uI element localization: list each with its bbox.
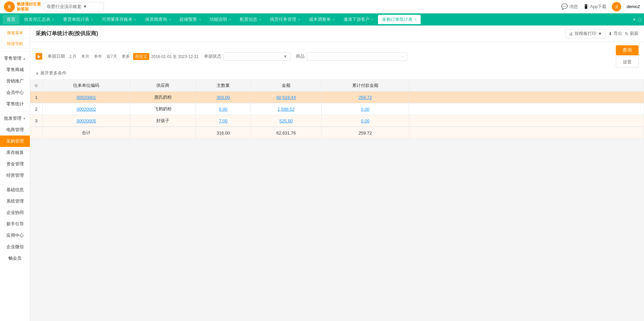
cell-amount: 60,519.44 — [251, 92, 321, 103]
sidebar-item-vip[interactable]: 畅会员 — [0, 253, 30, 264]
tab-shoufahuizong[interactable]: 收发存汇总表 × — [20, 15, 58, 24]
sidebar-item-wholesale[interactable]: 批发管理 ▼ — [0, 113, 30, 124]
close-icon[interactable]: × — [52, 18, 54, 21]
main-content: 采购订单统计表(按供应商) 🖨 按模板打印 ▼ ⬇ 导出 ↻ 刷新 — [30, 25, 644, 321]
status-select[interactable]: ▼ — [223, 52, 290, 61]
tab-gongneng[interactable]: 功能说明 × — [206, 15, 235, 24]
close-icon[interactable]: × — [415, 18, 417, 21]
more-icon: ··· — [400, 54, 404, 59]
filter-toggle[interactable]: ▶ — [36, 53, 42, 60]
col-quantity: 主数量 — [196, 80, 251, 92]
date-btn-thisyear[interactable]: 本年 — [93, 53, 103, 60]
tab-yaoqing[interactable]: 邀请下游客户 × — [339, 15, 378, 24]
tab-chengben[interactable]: 成本调整单 × — [305, 15, 339, 24]
close-all-icon[interactable]: × — [633, 17, 636, 22]
sidebar-item-app-center[interactable]: 应用中心 — [0, 230, 30, 241]
cell-supplier: 惠氏奶粉 — [130, 92, 196, 103]
close-icon[interactable]: × — [259, 18, 261, 21]
cell-no: 1 — [30, 92, 43, 103]
table-row[interactable]: 2 00020002 飞鹤奶粉 6.00 1,586.52 0.00 — [30, 103, 644, 115]
cell-extra — [409, 115, 644, 127]
close-icon[interactable]: × — [91, 18, 93, 21]
sidebar-item-operations[interactable]: 经营管理 — [0, 170, 30, 181]
table-area: ⚙ 往来单位编码 供应商 主数量 金额 累计付款金额 1 00020001 惠氏… — [30, 80, 644, 139]
close-icon[interactable]: × — [229, 18, 231, 21]
expand-more-button[interactable]: ∨ 展开更多条件 — [36, 70, 639, 76]
header-actions: 🖨 按模板打印 ▼ ⬇ 导出 ↻ 刷新 — [565, 29, 639, 38]
close-icon[interactable]: × — [199, 18, 201, 21]
footer-empty-1 — [30, 127, 43, 139]
date-btn-more[interactable]: 更多 — [120, 53, 131, 60]
tab-peizhi[interactable]: 配置信息 × — [236, 15, 265, 24]
cell-extra — [409, 92, 644, 103]
date-btn-7days[interactable]: 近7天 — [105, 53, 118, 60]
sidebar-item-enterprise[interactable]: 企业协同 — [0, 207, 30, 218]
settings-button[interactable]: 设置 — [616, 57, 639, 67]
logo-text: 畅捷通好生意 标签版 — [17, 2, 41, 11]
message-icon: 💬 — [561, 3, 568, 10]
org-selector[interactable]: 母婴行业演示账套 ▼ — [44, 2, 104, 11]
tab-home[interactable]: 首页 — [3, 15, 19, 24]
close-icon[interactable]: × — [372, 18, 374, 21]
refresh-button[interactable]: ↻ 刷新 — [625, 31, 639, 37]
cell-no: 2 — [30, 103, 43, 115]
tab-baozhi[interactable]: 保质期查询 × — [141, 15, 175, 24]
table-row[interactable]: 3 00020005 好孩子 7.00 525.80 0.00 — [30, 115, 644, 127]
print-button[interactable]: 🖨 按模板打印 ▼ — [565, 29, 606, 38]
close-icon[interactable]: × — [169, 18, 171, 21]
sidebar-item-new-guide[interactable]: 新手引导 — [0, 218, 30, 230]
footer-amount: 62,631.76 — [251, 127, 321, 139]
tab-caigoutongji[interactable]: 采购订单统计表 × — [378, 15, 421, 24]
sidebar-item-retail-shop[interactable]: 零售商城 — [0, 64, 30, 75]
date-shortcuts: 上月 本月 本年 近7天 更多 自定义 — [67, 53, 149, 60]
sidebar-item-finance[interactable]: 资金管理 — [0, 158, 30, 170]
goods-input[interactable]: ··· — [307, 52, 407, 61]
tab-yaohuo[interactable]: 要货单统计表 × — [59, 15, 97, 24]
sidebar-item-basic-info[interactable]: 基础信息 — [0, 184, 30, 196]
chevron-down-icon: ▼ — [83, 4, 87, 9]
sidebar-item-inventory[interactable]: 库存核算 — [0, 147, 30, 158]
cell-paid: 0.00 — [321, 115, 409, 127]
sidebar-item-purchase[interactable]: 采购管理 — [0, 136, 30, 147]
cell-quantity: 6.00 — [196, 103, 251, 115]
sidebar-item-wechat[interactable]: 企业微信 — [0, 241, 30, 253]
cell-no: 3 — [30, 115, 43, 127]
export-button[interactable]: ⬇ 导出 — [608, 31, 622, 37]
cell-paid: 0.00 — [321, 103, 409, 115]
close-icon[interactable]: × — [298, 18, 300, 21]
message-button[interactable]: 💬 消息 — [561, 3, 578, 10]
table-row[interactable]: 1 00020001 惠氏奶粉 303.00 60,519.44 259.72 — [30, 92, 644, 103]
date-btn-custom[interactable]: 自定义 — [133, 53, 149, 60]
tab-pihuo[interactable]: 拣货任务管理 × — [266, 15, 304, 24]
cell-quantity: 303.00 — [196, 92, 251, 103]
logo-area: 6 畅捷通好生意 标签版 — [4, 1, 41, 12]
sidebar-item-marketing[interactable]: 营销推广 — [0, 75, 30, 87]
tab-chaochuyujing[interactable]: 超储预警 × — [175, 15, 205, 24]
query-button[interactable]: 查询 — [616, 45, 639, 55]
refresh-icon: ↻ — [625, 31, 629, 36]
sidebar-item-members[interactable]: 会员中心 — [0, 87, 30, 98]
page-title: 采购订单统计表(按供应商) — [36, 30, 98, 37]
sidebar-item-system[interactable]: 系统管理 — [0, 196, 30, 207]
footer-quantity: 316.00 — [196, 127, 251, 139]
avatar[interactable]: d — [612, 2, 621, 11]
date-btn-lastmonth[interactable]: 上月 — [67, 53, 78, 60]
settings-icon[interactable]: ⚙ — [34, 83, 38, 88]
tab-keyongliang[interactable]: 可用量库存账本 × — [98, 15, 141, 24]
sidebar-divider-2 — [0, 111, 30, 111]
close-icon[interactable]: × — [135, 18, 137, 21]
sidebar-item-retail[interactable]: 零售管理 ▲ — [0, 53, 30, 64]
chevron-down-icon: ▼ — [598, 31, 602, 36]
filter-area: ▶ 单据日期 上月 本月 本年 近7天 更多 自定义 2016-01-01 至 … — [30, 42, 644, 80]
sidebar-item-retail-stats[interactable]: 零售统计 — [0, 98, 30, 110]
date-btn-thismonth[interactable]: 本月 — [80, 53, 91, 60]
sidebar-item-ecommerce[interactable]: 电商管理 — [0, 124, 30, 136]
col-settings: ⚙ — [30, 80, 43, 92]
maximize-icon[interactable]: □ — [639, 17, 641, 22]
sidebar-quick-nav[interactable]: 快捷导航 — [0, 40, 30, 48]
export-icon: ⬇ — [608, 31, 612, 36]
close-icon[interactable]: × — [333, 18, 335, 21]
sidebar-search[interactable]: 搜索菜单 — [0, 28, 30, 38]
app-download-button[interactable]: 📱 App下载 — [583, 4, 606, 10]
col-supplier: 供应商 — [130, 80, 196, 92]
